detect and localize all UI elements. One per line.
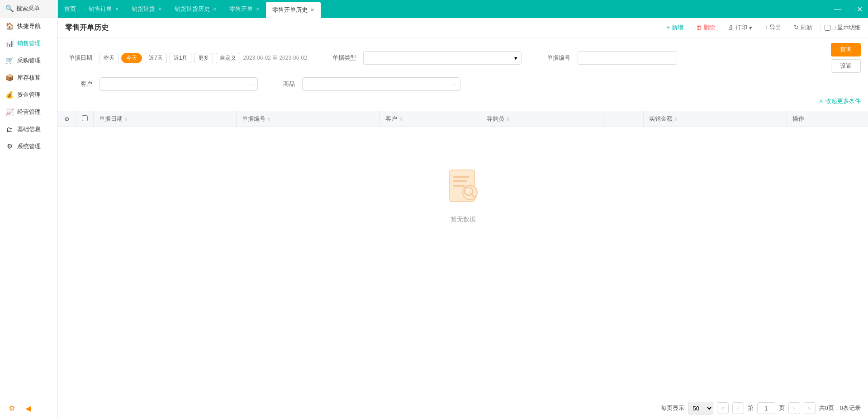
window-minimize-btn[interactable]: — (834, 5, 841, 13)
page-suffix: 页 (779, 404, 785, 412)
folder-icon: 🗂 (5, 125, 14, 133)
th-order-no[interactable]: 单据编号 ⇅ (237, 111, 380, 127)
chart-icon: 📊 (5, 39, 14, 47)
tab-sales-return-history-close[interactable]: ✕ (213, 6, 217, 12)
tab-sales-order[interactable]: 销售订单 ✕ (82, 0, 125, 18)
sidebar-item-label: 销售管理 (17, 39, 41, 47)
print-arrow-icon: ▾ (749, 24, 752, 31)
delete-button[interactable]: 🗑 删除 (692, 22, 720, 33)
tab-retail-open[interactable]: 零售开单 ✕ (223, 0, 266, 18)
empty-cell: 暂无数据 (58, 127, 868, 260)
collapse-row: ∧ 收起更多条件 (65, 95, 861, 107)
sidebar-item-sales-mgmt[interactable]: 📊 销售管理 (0, 35, 57, 52)
custom-btn[interactable]: 自定义 (216, 53, 240, 63)
more-btn[interactable]: 更多 (194, 53, 213, 63)
tab-sales-return-history[interactable]: 销货退货历史 ✕ (168, 0, 223, 18)
tab-bar: 首页 销售订单 ✕ 销货退货 ✕ 销货退货历史 ✕ 零售开单 ✕ 零售开单历史 … (58, 0, 868, 18)
th-order-no-label: 单据编号 (242, 115, 266, 123)
refresh-button[interactable]: ↻ 刷新 (789, 22, 817, 33)
collapse-button[interactable]: ∧ 收起更多条件 (819, 97, 861, 105)
select-all-checkbox[interactable] (82, 115, 88, 121)
data-table: ⚙ 单据日期 ⇅ 单据编号 (58, 111, 868, 260)
next-page-btn[interactable]: › (788, 402, 800, 414)
sidebar-item-purchase-mgmt[interactable]: 🛒 采购管理 (0, 52, 57, 69)
filter-row-1: 单据日期 昨天 今天 近7天 近1月 更多 自定义 2023-06-02 至 2… (65, 43, 861, 73)
goods-dots-icon: ··· (451, 81, 456, 88)
sidebar-collapse-btn[interactable]: ◀ (22, 402, 34, 414)
customer-dots-icon: ··· (249, 81, 254, 88)
filter-row-2: 客户 ··· 商品 ··· (65, 77, 861, 91)
th-date[interactable]: 单据日期 ⇅ (93, 111, 237, 127)
last7days-btn[interactable]: 近7天 (145, 53, 167, 63)
empty-row: 暂无数据 (58, 127, 868, 260)
sidebar-nav: 🏠 快捷导航 📊 销售管理 🛒 采购管理 📦 库存核算 💰 资金管理 📈 经营管… (0, 18, 57, 397)
display-toggle[interactable]: □ 显示明细 (825, 24, 861, 32)
add-button[interactable]: + 新增 (662, 22, 688, 33)
customer-select[interactable]: ··· (100, 77, 258, 91)
window-maximize-btn[interactable]: □ (847, 5, 851, 13)
print-button[interactable]: 🖨 打印 ▾ (723, 22, 757, 33)
money-icon: 💰 (5, 91, 14, 99)
page-input[interactable] (757, 402, 775, 414)
date-filter-label: 单据日期 (65, 54, 92, 62)
yesterday-btn[interactable]: 昨天 (100, 53, 119, 63)
export-button[interactable]: ↑ 导出 (760, 22, 786, 33)
sidebar-search[interactable]: 🔍 搜索采单 (0, 0, 57, 18)
th-guide[interactable]: 导购员 ⇅ (481, 111, 603, 127)
sidebar-settings-btn[interactable]: ⚙ (5, 402, 18, 414)
box-icon: 📦 (5, 74, 14, 82)
first-page-btn[interactable]: « (717, 402, 729, 414)
gear-icon: ⚙ (5, 142, 14, 151)
today-btn[interactable]: 今天 (121, 53, 142, 63)
tab-retail-open-close[interactable]: ✕ (256, 6, 260, 12)
tab-sales-return[interactable]: 销货退货 ✕ (125, 0, 168, 18)
tab-retail-history[interactable]: 零售开单历史 ✕ (266, 2, 321, 18)
tab-sales-order-close[interactable]: ✕ (115, 6, 119, 12)
order-no-input[interactable] (578, 51, 677, 65)
page-size-select[interactable]: 50 100 200 (688, 402, 713, 414)
th-customer[interactable]: 客户 ⇅ (379, 111, 481, 127)
tab-sales-return-label: 销货退货 (132, 5, 155, 13)
last-page-btn[interactable]: » (804, 402, 816, 414)
empty-state: 暂无数据 (58, 127, 868, 260)
sidebar-item-inventory[interactable]: 📦 库存核算 (0, 69, 57, 86)
goods-select[interactable]: ··· (302, 77, 460, 91)
tab-home[interactable]: 首页 (58, 0, 82, 18)
filter-actions: 查询 设置 (831, 43, 861, 73)
display-checkbox[interactable] (825, 25, 830, 31)
sidebar-footer: ⚙ ◀ (0, 397, 57, 419)
order-type-select[interactable]: ▾ (363, 51, 522, 65)
sidebar-item-system[interactable]: ⚙ 系统管理 (0, 138, 57, 155)
prev-page-btn[interactable]: ‹ (732, 402, 744, 414)
setting-button[interactable]: 设置 (831, 59, 861, 73)
svg-rect-2 (453, 180, 467, 182)
sidebar-item-basic-info[interactable]: 🗂 基础信息 (0, 121, 57, 138)
sort-icon: ⇅ (399, 117, 403, 122)
tab-sales-return-history-label: 销货退货历史 (175, 5, 210, 13)
th-date-label: 单据日期 (99, 115, 123, 123)
table-body: 暂无数据 (58, 127, 868, 260)
window-close-btn[interactable]: ✕ (857, 5, 863, 14)
filter-area: 单据日期 昨天 今天 近7天 近1月 更多 自定义 2023-06-02 至 2… (58, 38, 868, 111)
svg-rect-1 (453, 176, 469, 178)
empty-text: 暂无数据 (451, 216, 476, 224)
main-content: 首页 销售订单 ✕ 销货退货 ✕ 销货退货历史 ✕ 零售开单 ✕ 零售开单历史 … (58, 0, 868, 419)
last1month-btn[interactable]: 近1月 (170, 53, 192, 63)
total-info: 共0页，0条记录 (819, 404, 861, 412)
th-action: 操作 (787, 111, 868, 127)
th-amount[interactable]: 实销金额 ⇅ (644, 111, 787, 127)
th-settings[interactable]: ⚙ (58, 111, 76, 127)
tab-sales-return-close[interactable]: ✕ (158, 6, 162, 12)
search-icon: 🔍 (5, 5, 14, 13)
toolbar: 零售开单历史 + 新增 🗑 删除 🖨 打印 ▾ ↑ 导出 ↻ 刷新 □ 显示明细 (58, 18, 868, 38)
settings-icon: ⚙ (9, 404, 15, 413)
query-button[interactable]: 查询 (831, 43, 861, 56)
sidebar-item-quick-nav[interactable]: 🏠 快捷导航 (0, 18, 57, 35)
operations-icon: 📈 (5, 108, 14, 116)
sidebar-item-label: 系统管理 (17, 142, 41, 151)
date-group: 昨天 今天 近7天 近1月 更多 自定义 2023-06-02 至 2023-0… (100, 53, 307, 63)
tab-retail-history-close[interactable]: ✕ (310, 7, 314, 13)
sidebar-item-finance[interactable]: 💰 资金管理 (0, 86, 57, 104)
sidebar-item-operations[interactable]: 📈 经营管理 (0, 104, 57, 121)
sort-icon: ⇅ (506, 117, 510, 122)
